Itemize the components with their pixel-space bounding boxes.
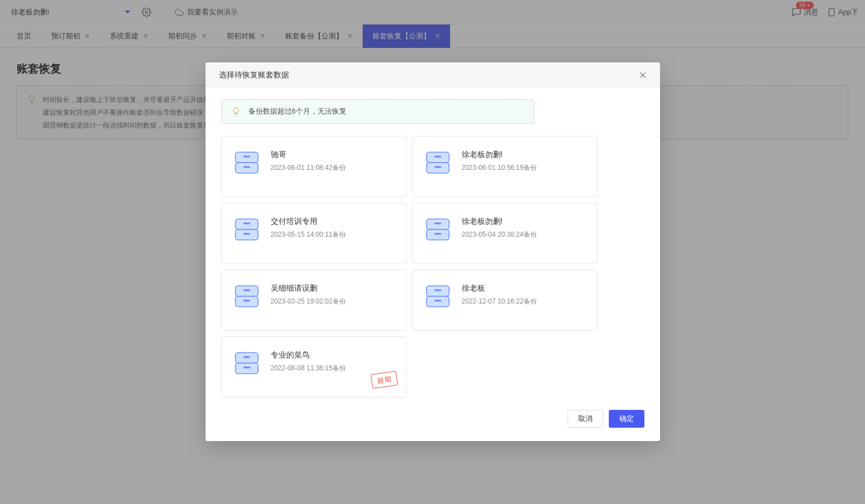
svg-rect-19 xyxy=(434,223,441,224)
svg-rect-16 xyxy=(243,233,250,234)
file-cabinet-icon xyxy=(424,149,452,177)
card-subtitle: 2023-05-15 14:00:11备份 xyxy=(271,230,346,239)
svg-rect-27 xyxy=(434,290,441,291)
card-title: 徐老板勿删! xyxy=(462,150,537,160)
card-text: 驰哥 2023-06-01 11:08:42备份 xyxy=(271,149,346,184)
card-subtitle: 2022-12-07 10:16:22备份 xyxy=(462,297,537,306)
backup-cards: 驰哥 2023-06-01 11:08:42备份 徐老板勿删! 2023-06-… xyxy=(221,136,644,398)
backup-card[interactable]: 徐老板勿删! 2023-05-04 20:38:24备份 xyxy=(412,203,598,264)
dialog-body: 备份数据超过6个月，无法恢复 驰哥 2023-06-01 11:08:42备份 … xyxy=(206,88,660,398)
svg-rect-32 xyxy=(243,366,250,368)
svg-rect-23 xyxy=(243,290,250,291)
file-cabinet-icon xyxy=(233,349,261,377)
card-title: 徐老板 xyxy=(462,283,537,293)
file-cabinet-icon xyxy=(424,216,452,243)
cancel-button[interactable]: 取消 xyxy=(568,410,603,428)
card-text: 徐老板勿删! 2023-06-01 10:56:19备份 xyxy=(462,149,537,184)
card-subtitle: 2023-05-04 20:38:24备份 xyxy=(462,230,537,239)
dialog-title: 选择待恢复账套数据 xyxy=(219,70,289,80)
file-cabinet-icon xyxy=(233,149,261,177)
backup-card[interactable]: 交付培训专用 2023-05-15 14:00:11备份 xyxy=(221,203,407,264)
card-subtitle: 2023-06-01 11:08:42备份 xyxy=(271,163,346,173)
file-cabinet-icon xyxy=(233,216,261,243)
card-text: 专业的菜鸟 2022-08-08 11:36:15备份 xyxy=(271,349,346,385)
backup-card[interactable]: 徐老板 2022-12-07 10:16:22备份 xyxy=(412,270,598,331)
card-text: 徐老板勿删! 2023-05-04 20:38:24备份 xyxy=(462,216,537,251)
close-icon xyxy=(639,71,647,79)
svg-rect-15 xyxy=(243,223,250,224)
svg-rect-31 xyxy=(243,356,250,358)
card-text: 徐老板 2022-12-07 10:16:22备份 xyxy=(462,282,537,318)
card-text: 交付培训专用 2023-05-15 14:00:11备份 xyxy=(271,216,346,251)
file-cabinet-icon xyxy=(424,282,452,310)
card-title: 驰哥 xyxy=(271,150,346,160)
svg-rect-28 xyxy=(434,300,441,301)
svg-rect-12 xyxy=(434,166,441,168)
svg-rect-8 xyxy=(243,166,250,168)
backup-card[interactable]: 专业的菜鸟 2022-08-08 11:36:15备份 超期 xyxy=(221,336,407,398)
select-backup-dialog: 选择待恢复账套数据 备份数据超过6个月，无法恢复 驰哥 2023-06-01 1… xyxy=(206,62,660,441)
warning-box: 备份数据超过6个月，无法恢复 xyxy=(221,99,534,124)
card-text: 吴细细请误删 2023-03-25 19:02:02备份 xyxy=(271,282,346,318)
card-subtitle: 2023-03-25 19:02:02备份 xyxy=(271,297,346,306)
file-cabinet-icon xyxy=(233,282,261,310)
modal-overlay: 选择待恢复账套数据 备份数据超过6个月，无法恢复 驰哥 2023-06-01 1… xyxy=(0,0,865,504)
ok-button[interactable]: 确定 xyxy=(609,410,644,428)
backup-card[interactable]: 徐老板勿删! 2023-06-01 10:56:19备份 xyxy=(412,136,598,197)
dialog-header: 选择待恢复账套数据 xyxy=(206,62,660,88)
warning-text: 备份数据超过6个月，无法恢复 xyxy=(248,106,346,116)
svg-rect-11 xyxy=(434,156,441,158)
card-title: 徐老板勿删! xyxy=(462,217,537,227)
svg-rect-20 xyxy=(434,233,441,234)
card-title: 交付培训专用 xyxy=(271,217,346,227)
expired-stamp: 超期 xyxy=(370,371,398,389)
dialog-close-button[interactable] xyxy=(637,69,649,81)
card-subtitle: 2023-06-01 10:56:19备份 xyxy=(462,163,537,173)
backup-card[interactable]: 驰哥 2023-06-01 11:08:42备份 xyxy=(221,136,407,197)
dialog-footer: 取消 确定 xyxy=(206,398,660,428)
backup-card[interactable]: 吴细细请误删 2023-03-25 19:02:02备份 xyxy=(221,270,407,331)
svg-rect-24 xyxy=(243,300,250,301)
card-subtitle: 2022-08-08 11:36:15备份 xyxy=(271,364,346,373)
lightbulb-icon xyxy=(232,107,241,116)
card-title: 专业的菜鸟 xyxy=(271,350,346,360)
svg-rect-7 xyxy=(243,156,250,158)
card-title: 吴细细请误删 xyxy=(271,283,346,293)
